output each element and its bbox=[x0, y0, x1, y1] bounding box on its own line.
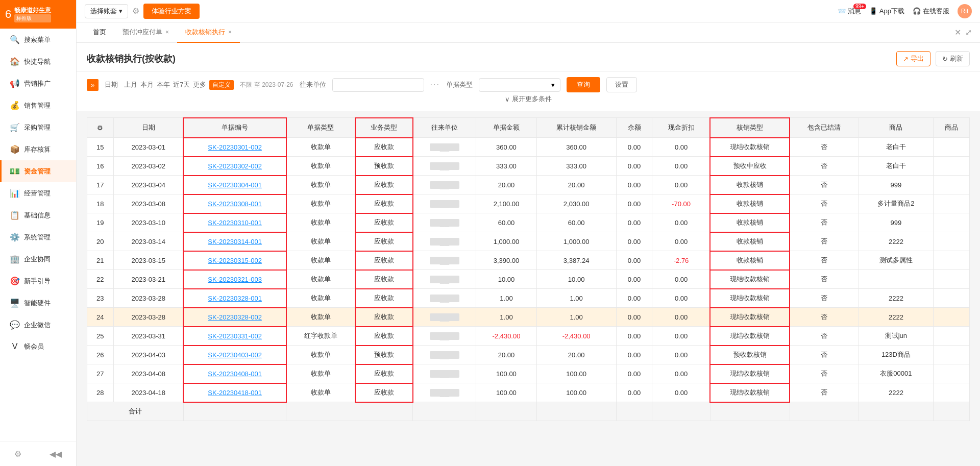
date-more[interactable]: 更多 bbox=[193, 80, 206, 89]
voucher-type-select[interactable]: ▾ bbox=[479, 78, 560, 92]
table-row: 23 2023-03-28 SK-20230328-001 收款单 应收款 ██… bbox=[87, 289, 970, 308]
query-btn[interactable]: 查询 bbox=[567, 77, 600, 92]
th-amount[interactable]: 单据金额 bbox=[476, 118, 536, 138]
date-7days[interactable]: 近7天 bbox=[173, 80, 190, 89]
th-balance[interactable]: 余额 bbox=[616, 118, 652, 138]
collapse-sidebar-icon[interactable]: ◀◀ bbox=[46, 446, 65, 462]
cell-amount: 333.00 bbox=[476, 157, 536, 176]
sidebar-item-marketing[interactable]: 📢 营销推广 bbox=[0, 72, 76, 94]
date-this-year[interactable]: 本年 bbox=[157, 80, 170, 89]
sidebar-item-wechat[interactable]: 💬 企业微信 bbox=[0, 314, 76, 336]
operations-icon: 📊 bbox=[10, 188, 20, 198]
th-settings[interactable]: ⚙ bbox=[87, 118, 114, 138]
code-link[interactable]: SK-20230315-002 bbox=[208, 257, 262, 264]
code-link[interactable]: SK-20230418-001 bbox=[208, 389, 262, 397]
code-link[interactable]: SK-20230310-001 bbox=[208, 219, 262, 227]
cell-accum: 1,000.00 bbox=[536, 232, 616, 251]
export-btn[interactable]: ↗ 导出 bbox=[896, 51, 930, 66]
online-service-btn[interactable]: 🎧 在线客服 bbox=[913, 7, 949, 16]
sidebar-item-guide[interactable]: 🎯 新手引导 bbox=[0, 270, 76, 292]
cell-discount: 0.00 bbox=[652, 232, 710, 251]
sidebar-item-operations[interactable]: 📊 经营管理 bbox=[0, 182, 76, 204]
sidebar-item-funds[interactable]: 💵 资金管理 bbox=[0, 160, 76, 182]
message-btn[interactable]: 📨 消息 99+ bbox=[838, 7, 861, 16]
cell-voucher-type: 收款单 bbox=[286, 364, 355, 383]
cell-date: 2023-03-21 bbox=[113, 270, 183, 289]
code-link[interactable]: SK-20230308-001 bbox=[208, 200, 262, 208]
tabbar: 首页 预付冲应付单 × 收款核销执行 × ✕ ⤢ bbox=[77, 22, 980, 43]
sidebar-item-label: 搜索菜单 bbox=[24, 35, 51, 44]
expand-label: 展开更多条件 bbox=[512, 94, 552, 104]
cell-biz-type: 应收款 bbox=[355, 138, 413, 157]
tab-collection[interactable]: 收款核销执行 × bbox=[177, 22, 240, 43]
sidebar-item-shortcut[interactable]: 🏠 快捷导航 bbox=[0, 51, 76, 72]
th-voucher-type[interactable]: 单据类型 bbox=[286, 118, 355, 138]
user-avatar[interactable]: Rit bbox=[958, 4, 972, 18]
sidebar-item-sales[interactable]: 💰 销售管理 bbox=[0, 94, 76, 116]
cell-amount: 20.00 bbox=[476, 346, 536, 364]
cell-amount: 1,000.00 bbox=[476, 232, 536, 251]
app-download-btn[interactable]: 📱 App下载 bbox=[869, 7, 904, 16]
partner-dots[interactable]: ··· bbox=[430, 80, 440, 89]
sidebar-item-system[interactable]: ⚙️ 系统管理 bbox=[0, 226, 76, 248]
sidebar-item-member[interactable]: V 畅会员 bbox=[0, 336, 76, 357]
tab-prepay[interactable]: 预付冲应付单 × bbox=[114, 22, 177, 43]
th-code[interactable]: 单据编号 bbox=[183, 118, 286, 138]
cell-amount: 60.00 bbox=[476, 213, 536, 232]
sidebar-item-basic[interactable]: 📋 基础信息 bbox=[0, 204, 76, 226]
message-icon: 📨 bbox=[838, 7, 846, 15]
code-link[interactable]: SK-20230403-002 bbox=[208, 351, 262, 359]
cell-goods1: 2222 bbox=[859, 383, 934, 402]
refresh-btn[interactable]: ↻ 刷新 bbox=[936, 51, 970, 66]
code-link[interactable]: SK-20230331-002 bbox=[208, 332, 262, 340]
cell-accum: 1.00 bbox=[536, 289, 616, 308]
th-partner[interactable]: 往来单位 bbox=[413, 118, 476, 138]
code-link[interactable]: SK-20230328-001 bbox=[208, 295, 262, 302]
table-area[interactable]: ⚙ 日期 单据编号 单据类型 业务类型 往来单位 单据金额 累计核销金额 余额 … bbox=[77, 111, 980, 466]
expand-conditions-btn[interactable]: ∨ 展开更多条件 bbox=[87, 92, 970, 106]
th-accum[interactable]: 累计核销金额 bbox=[536, 118, 616, 138]
code-link[interactable]: SK-20230408-001 bbox=[208, 370, 262, 378]
date-custom-btn[interactable]: 自定义 bbox=[209, 80, 234, 90]
table-row: 27 2023-04-08 SK-20230408-001 收款单 应收款 ██… bbox=[87, 364, 970, 383]
sidebar-item-inventory[interactable]: 📦 库存核算 bbox=[0, 138, 76, 160]
settings-btn[interactable]: 设置 bbox=[606, 77, 637, 92]
code-link[interactable]: SK-20230304-001 bbox=[208, 181, 262, 189]
code-link[interactable]: SK-20230321-003 bbox=[208, 276, 262, 283]
tab-prepay-close[interactable]: × bbox=[165, 29, 169, 36]
sidebar-item-hardware[interactable]: 🖥️ 智能硬件 bbox=[0, 292, 76, 314]
cell-biz-type: 应收款 bbox=[355, 327, 413, 346]
sidebar-item-search[interactable]: 🔍 搜索菜单 bbox=[0, 29, 76, 51]
th-settle-type[interactable]: 核销类型 bbox=[710, 118, 790, 138]
code-link[interactable]: SK-20230302-002 bbox=[208, 162, 262, 170]
expand-icon[interactable]: ⤢ bbox=[965, 28, 972, 37]
filter-toggle-btn[interactable]: » bbox=[87, 79, 99, 91]
summary-accum bbox=[536, 402, 616, 421]
tab-collection-close[interactable]: × bbox=[228, 29, 232, 36]
cell-num: 19 bbox=[87, 213, 114, 232]
th-biz-type[interactable]: 业务类型 bbox=[355, 118, 413, 138]
gear-icon[interactable]: ⚙ bbox=[132, 6, 139, 16]
close-tab-icon[interactable]: ✕ bbox=[954, 28, 961, 37]
filter-area: » 日期 上月 本月 本年 近7天 更多 自定义 不限 至 2023-07-26… bbox=[77, 72, 980, 111]
wechat-icon: 💬 bbox=[10, 320, 20, 330]
code-link[interactable]: SK-20230314-001 bbox=[208, 238, 262, 246]
th-date[interactable]: 日期 bbox=[113, 118, 183, 138]
th-goods2[interactable]: 商品 bbox=[934, 118, 970, 138]
settings-bottom-icon[interactable]: ⚙ bbox=[11, 446, 24, 462]
th-goods1[interactable]: 商品 bbox=[859, 118, 934, 138]
cell-code: SK-20230328-002 bbox=[183, 308, 286, 327]
account-selector[interactable]: 选择账套 ▾ bbox=[85, 4, 128, 18]
th-included[interactable]: 包含已结清 bbox=[790, 118, 859, 138]
code-link[interactable]: SK-20230301-002 bbox=[208, 143, 262, 151]
partner-input[interactable] bbox=[332, 78, 424, 92]
date-last-month[interactable]: 上月 bbox=[124, 80, 137, 89]
th-discount[interactable]: 现金折扣 bbox=[652, 118, 710, 138]
sidebar-item-purchase[interactable]: 🛒 采购管理 bbox=[0, 116, 76, 138]
account-selector-text: 选择账套 bbox=[90, 7, 117, 16]
date-this-month[interactable]: 本月 bbox=[140, 80, 154, 89]
code-link[interactable]: SK-20230328-002 bbox=[208, 313, 262, 321]
sidebar-item-enterprise[interactable]: 🏢 企业协同 bbox=[0, 248, 76, 270]
tab-home[interactable]: 首页 bbox=[85, 22, 114, 43]
industry-btn[interactable]: 体验行业方案 bbox=[143, 4, 200, 19]
